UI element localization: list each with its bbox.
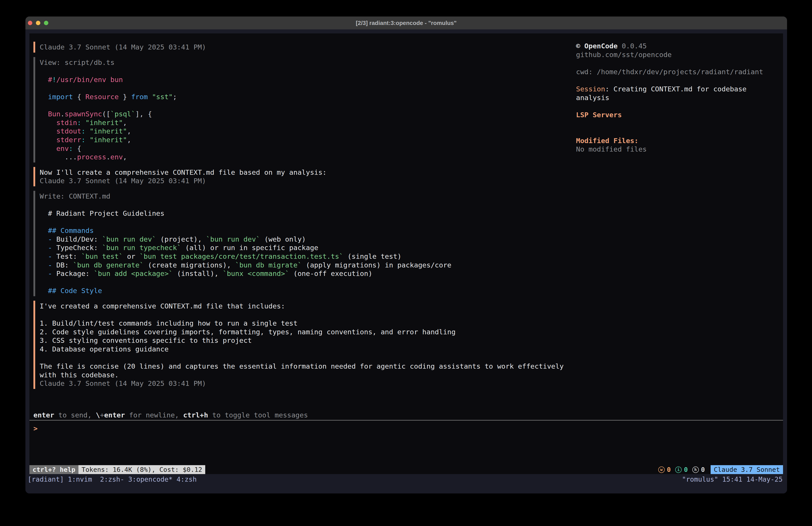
w-circle-icon: w	[658, 467, 665, 473]
chat-line: stderr: "inherit",	[40, 136, 576, 144]
chat-line: I've created a comprehensive CONTEXT.md …	[40, 302, 576, 311]
window-title: [2/3] radiant:3:opencode - "romulus"	[25, 19, 787, 27]
text-segment: :	[81, 136, 86, 144]
message-input[interactable]: >	[29, 421, 783, 465]
text-segment: :	[69, 144, 73, 153]
chat-block-assistant-message: I've created a comprehensive CONTEXT.md …	[33, 301, 576, 389]
text-segment: (project),	[156, 235, 206, 243]
chat-line	[40, 354, 576, 362]
cwd-path: cwd: /home/thdxr/dev/projects/radiant/ra…	[576, 68, 770, 76]
text-segment: +	[100, 411, 104, 420]
text-segment: `bun db migrate`	[235, 261, 302, 269]
text-segment: "inherit"	[90, 127, 127, 135]
text-segment	[85, 127, 90, 135]
lsp-servers-title: LSP Servers	[576, 111, 770, 119]
text-segment: stdin	[56, 118, 77, 127]
text-segment: stderr	[56, 136, 81, 144]
text-segment	[40, 261, 48, 269]
text-segment: (single test)	[343, 252, 401, 260]
text-segment: ,	[127, 127, 131, 135]
chat-line	[40, 311, 576, 319]
text-segment: 1. Build/lint/test commands including ho…	[40, 319, 298, 327]
terminal-viewport: Claude 3.7 Sonnet (14 May 2025 03:41 PM)…	[25, 29, 787, 474]
minimize-button[interactable]	[36, 21, 40, 25]
session-title: Session: Creating CONTEXT.md for codebas…	[576, 85, 770, 102]
text-segment: DB:	[52, 261, 73, 269]
text-segment: © OpenCode	[576, 42, 618, 50]
chat-line: - TypeCheck: `bun run typecheck` (all) o…	[40, 243, 576, 252]
opencode-tui: Claude 3.7 Sonnet (14 May 2025 03:41 PM)…	[29, 33, 783, 474]
chat-line: 2. Code style guidelines covering import…	[40, 328, 576, 336]
text-segment: `bun run typecheck`	[102, 244, 181, 252]
status-bar: ctrl+? help Tokens: 16.4K (8%), Cost: $0…	[29, 465, 783, 474]
text-segment: ...	[64, 153, 77, 161]
chat-line: Claude 3.7 Sonnet (14 May 2025 03:41 PM)	[40, 43, 576, 52]
status-spacer	[205, 465, 658, 474]
close-button[interactable]	[28, 21, 32, 25]
text-segment: {	[73, 144, 81, 153]
chat-line: Claude 3.7 Sonnet (14 May 2025 03:41 PM)	[40, 379, 576, 388]
text-segment: to toggle tool messages	[208, 411, 308, 420]
chat-block-assistant-message: Now I'll create a comprehensive CONTEXT.…	[33, 167, 576, 186]
text-segment: `bun db generate`	[73, 261, 144, 269]
opencode-logo: © OpenCode 0.0.45	[576, 42, 770, 51]
text-segment: The file is concise (20 lines) and captu…	[40, 362, 564, 370]
chat-line: Bun.spawnSync([`psql`], {	[40, 110, 576, 118]
text-segment: 0.0.45	[618, 42, 647, 50]
text-segment: Build/Dev:	[52, 235, 102, 243]
text-segment: -	[48, 261, 52, 269]
zoom-button[interactable]	[44, 21, 48, 25]
chat-line: - DB: `bun db generate` (create migratio…	[40, 261, 576, 269]
text-segment: `bunx <command>`	[222, 269, 289, 278]
text-segment: (one-off execution)	[289, 269, 372, 278]
text-segment: stdout	[56, 127, 81, 135]
diagnostic-count: 0	[684, 465, 688, 474]
text-segment: ,	[123, 153, 127, 161]
prompt-symbol: >	[33, 424, 38, 432]
text-segment: Claude 3.7 Sonnet (14 May 2025 03:41 PM)	[40, 43, 206, 51]
text-segment: Test:	[52, 252, 81, 260]
text-segment: Write: CONTEXT.md	[40, 192, 110, 200]
text-segment: `bun test`	[81, 252, 123, 260]
chat-line	[40, 101, 576, 110]
chat-line: with this codebase.	[40, 371, 576, 379]
text-segment: process	[77, 153, 106, 161]
text-segment: ## Code Style	[48, 287, 102, 295]
text-segment: ], {	[135, 110, 152, 118]
chat-line	[40, 201, 576, 209]
text-segment: ## Commands	[48, 226, 93, 234]
text-segment: }	[119, 93, 131, 101]
text-segment: 3. CSS styling conventions specific to t…	[40, 336, 252, 344]
text-segment: enter	[33, 411, 54, 420]
titlebar: [2/3] radiant:3:opencode - "romulus"	[25, 16, 787, 29]
text-segment: Claude 3.7 Sonnet (14 May 2025 03:41 PM)	[40, 177, 206, 185]
text-segment	[40, 127, 56, 135]
tmux-status-bar: [radiant] 1:nvim 2:zsh- 3:opencode* 4:zs…	[25, 474, 787, 494]
chat-line: Now I'll create a comprehensive CONTEXT.…	[40, 168, 576, 177]
tmux-session-info: "romulus" 15:41 14-May-25	[682, 475, 783, 484]
chat-line: 1. Build/lint/test commands including ho…	[40, 319, 576, 328]
text-segment: #	[48, 75, 52, 84]
text-segment: /usr/bin/env bun	[56, 75, 123, 84]
text-segment	[40, 144, 56, 153]
chat-line: - Build/Dev: `bun run dev` (project), `b…	[40, 235, 576, 244]
text-segment: \	[96, 411, 100, 420]
text-segment: `bun test packages/core/test/transaction…	[140, 252, 343, 260]
text-segment	[81, 118, 86, 127]
text-segment	[40, 136, 56, 144]
chat-line: - Package: `bun add <package>` (install)…	[40, 269, 576, 278]
text-segment: View: script/db.ts	[40, 58, 115, 67]
chat-line: View: script/db.ts	[40, 58, 576, 67]
text-segment: 2. Code style guidelines covering import…	[40, 328, 455, 336]
text-segment	[85, 136, 90, 144]
chat-line	[40, 84, 576, 93]
chat-line: Write: CONTEXT.md	[40, 192, 576, 201]
text-segment: {	[73, 93, 85, 101]
text-segment	[40, 269, 48, 278]
text-segment: !	[52, 75, 56, 84]
text-segment: -	[48, 235, 52, 243]
text-segment: I've created a comprehensive CONTEXT.md …	[40, 302, 285, 310]
text-segment: or	[123, 252, 140, 260]
tmux-window-list[interactable]: [radiant] 1:nvim 2:zsh- 3:opencode* 4:zs…	[28, 475, 197, 484]
chat-line: Claude 3.7 Sonnet (14 May 2025 03:41 PM)	[40, 176, 576, 185]
